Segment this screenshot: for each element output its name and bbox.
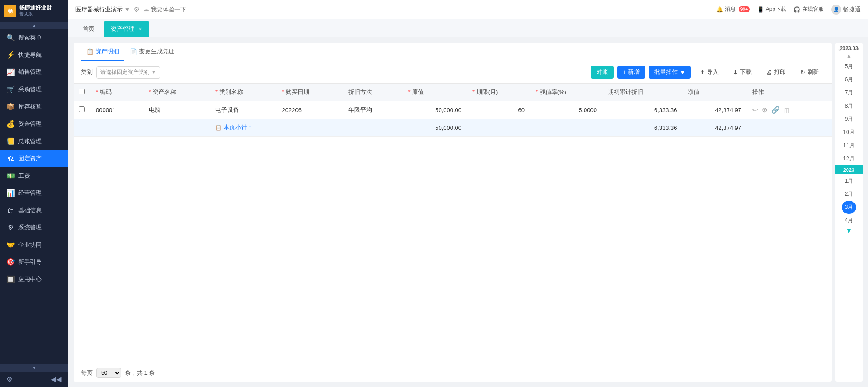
sidebar-item-搜索菜单[interactable]: 🔍搜索菜单 [0,29,68,46]
col-purchase-date: 购买日期 [277,84,343,101]
cell-depreciation-method: 年限平均 [343,101,402,119]
calendar-month-prev[interactable]: 11月 [835,139,863,152]
calendar-month-prev[interactable]: 8月 [835,99,863,113]
calendar-month-prev[interactable]: 12月 [835,152,863,165]
calendar-month-curr[interactable]: 1月 [835,174,863,188]
subtotal-accumulated: 6,333.36 [602,119,682,137]
sidebar-item-销售管理[interactable]: 📈销售管理 [0,64,68,81]
calendar-scroll-up[interactable]: ▲ [845,52,853,60]
calendar-scroll-down[interactable]: ▼ [846,227,852,234]
print-button[interactable]: 🖨 打印 [761,66,791,79]
tabbar: 首页 资产管理 × [68,19,868,37]
sidebar-label-4: 库存核算 [18,103,42,111]
calendar-active-year[interactable]: 2023 [835,165,863,174]
sidebar-footer: ⚙ ◀◀ [0,371,68,387]
sidebar-item-工资[interactable]: 💵工资 [0,167,68,184]
sidebar-item-基础信息[interactable]: 🗂基础信息 [0,202,68,219]
calendar-month-prev[interactable]: 6月 [835,73,863,86]
sidebar-scroll-down[interactable]: ▼ [0,364,68,371]
calendar-expand-icon[interactable]: ⤢ [838,45,843,52]
cell-actions: ✏ ⊕ 🔗 🗑 [747,101,832,119]
calendar-months-curr: 1月2月3月4月 [835,174,863,227]
calendar-close-icon[interactable]: × [856,45,860,52]
subtotal-row: 📋本页小计： 50,000.00 6,333.36 42,874.97 [74,119,832,137]
subtotal-empty-4 [530,119,602,137]
calendar-month-curr[interactable]: 4月 [835,214,863,227]
sidebar-label-10: 基础信息 [18,206,42,214]
calendar-month-prev[interactable]: 10月 [835,126,863,139]
cloud-icon: ☁ [143,6,149,13]
sidebar-item-总账管理[interactable]: 📒总账管理 [0,133,68,150]
edit-icon[interactable]: ✏ [752,106,758,114]
sidebar-scroll-up[interactable]: ▲ [0,22,68,29]
tab-asset-management[interactable]: 资产管理 × [104,21,149,37]
sidebar-item-应用中心[interactable]: 🔲应用中心 [0,271,68,288]
sidebar-label-13: 新手引导 [18,258,42,266]
sidebar-icon-5: 💰 [6,120,15,128]
row-checkbox-0[interactable] [79,106,85,112]
download-icon: 📱 [757,6,764,13]
online-service-btn[interactable]: 🎧 在线客服 [794,5,824,13]
sidebar-item-系统管理[interactable]: ⚙系统管理 [0,219,68,236]
company-name: 医疗器械行业演示 [75,5,123,14]
calendar-month-prev[interactable]: 9月 [835,113,863,126]
toolbar-left: 类别 请选择固定资产类别 ▼ [81,66,587,79]
sidebar-item-经营管理[interactable]: 📊经营管理 [0,184,68,202]
bell-icon: 🔔 [716,6,723,13]
reconcile-button[interactable]: 对账 [591,66,614,79]
sidebar-icon-8: 💵 [6,172,15,180]
sidebar-item-快捷导航[interactable]: ⚡快捷导航 [0,46,68,64]
sidebar-item-固定资产[interactable]: 🏗固定资产 [0,150,68,167]
table-wrapper: 编码 资产名称 类别名称 购买日期 折旧方法 原值 期限(月) 残值率(%) 期… [74,84,832,364]
calendar-month-prev[interactable]: 5月 [835,60,863,73]
settings-icon[interactable]: ⚙ [6,375,12,383]
subtab-voucher[interactable]: 📄 变更生成凭证 [124,43,180,61]
category-dropdown-icon: ▼ [151,69,156,75]
company-settings-icon[interactable]: ⚙ [134,5,139,14]
sidebar-icon-1: ⚡ [6,51,15,59]
tab-home[interactable]: 首页 [75,21,102,37]
new-button[interactable]: + 新增 [617,66,645,79]
table-row: 000001 电脑 电子设备 202206 年限平均 50,000.00 60 … [74,101,832,119]
content-main: 📋 资产明细 📄 变更生成凭证 类别 请选择固定资产类别 ▼ [74,43,832,382]
page-size-select[interactable]: 50 10 20 100 [96,368,121,378]
row-checkbox-cell [74,101,90,119]
calendar-month-prev[interactable]: 7月 [835,86,863,99]
copy-icon[interactable]: ⊕ [762,106,768,114]
category-select[interactable]: 请选择固定资产类别 ▼ [96,66,160,79]
calendar-month-curr[interactable]: 2月 [835,188,863,201]
select-all-checkbox[interactable] [79,89,85,94]
cell-net-value: 42,874.97 [682,101,747,119]
calendar-active-month[interactable]: 3月 [842,201,856,214]
messages-btn[interactable]: 🔔 消息 99+ [716,5,750,13]
sidebar-item-库存核算[interactable]: 📦库存核算 [0,98,68,115]
link-icon[interactable]: 🔗 [771,106,780,114]
topbar-company[interactable]: 医疗器械行业演示 ▼ [75,5,130,14]
delete-icon[interactable]: 🗑 [784,106,790,114]
sidebar-label-7: 固定资产 [18,154,42,163]
sidebar-icon-4: 📦 [6,103,15,111]
subtab-asset-detail[interactable]: 📋 资产明细 [81,43,124,61]
sidebar-header: 畅 畅捷通好业财 普及版 [0,0,68,22]
refresh-button[interactable]: ↻ 刷新 [795,66,824,79]
user-profile[interactable]: 👤 畅捷通 [831,5,861,15]
sidebar-icon-2: 📈 [6,68,15,76]
col-net-value: 净值 [682,84,747,101]
tab-close-icon[interactable]: × [139,26,142,32]
download-button[interactable]: ⬇ 下载 [728,66,757,79]
app-download-btn[interactable]: 📱 App下载 [757,5,786,13]
sidebar-item-资金管理[interactable]: 💰资金管理 [0,115,68,133]
sidebar-icon-6: 📒 [6,137,15,145]
sidebar-item-新手引导[interactable]: 🎯新手引导 [0,253,68,271]
cell-purchase-date: 202206 [277,101,343,119]
subtotal-empty-2 [144,119,210,137]
experience-btn[interactable]: ☁ 我要体验一下 [143,5,186,14]
headset-icon: 🎧 [794,6,800,13]
col-actions: 操作 [747,84,832,101]
batch-operations-button[interactable]: 批量操作 ▼ [649,66,691,79]
collapse-icon[interactable]: ◀◀ [51,375,62,383]
sidebar-item-采购管理[interactable]: 🛒采购管理 [0,81,68,98]
sidebar-item-企业协同[interactable]: 🤝企业协同 [0,236,68,253]
voucher-icon: 📄 [130,48,137,55]
import-button[interactable]: ⬆ 导入 [694,66,724,79]
